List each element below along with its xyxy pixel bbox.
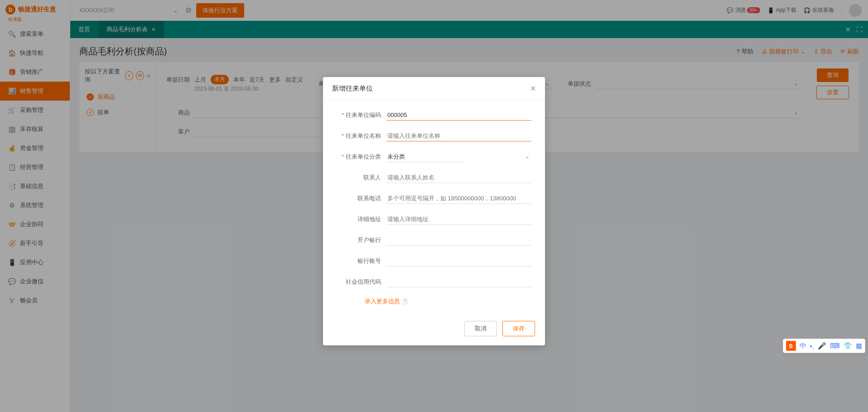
category-label: 往来单位分类 [337,153,386,161]
app-root: b 畅捷通好生意 标准版 🔍搜索菜单🏠快捷导航🎁营销推广📊销售管理🛒采购管理🏢库… [0,0,868,412]
phone-label: 联系电话 [337,194,386,203]
credit-label: 社会信用代码 [337,278,386,286]
name-input[interactable] [386,131,531,141]
ime-logo-icon: S [786,341,796,351]
modal-footer: 取消 保存 [323,315,545,345]
modal-title: 新增往来单位 [332,84,373,93]
ime-bar[interactable]: S 中 •, 🎤 ⌨ 👕 ▦ [783,339,865,353]
ime-keyboard-icon[interactable]: ⌨ [830,342,840,350]
ime-punct-icon[interactable]: •, [810,342,814,350]
contact-input[interactable] [386,172,531,183]
ime-menu-icon[interactable]: ▦ [856,342,862,350]
save-button[interactable]: 保存 [502,321,535,336]
category-select[interactable] [386,151,464,162]
address-label: 详细地址 [337,215,386,223]
bank-label: 开户银行 [337,236,386,244]
modal-body: 往来单位编码 往来单位名称 往来单位分类 ⌄ 联系人 [323,101,545,315]
ime-lang[interactable]: 中 [800,342,806,350]
ime-skin-icon[interactable]: 👕 [844,342,852,350]
modal-header: 新增往来单位 ✕ [323,77,545,101]
modal-overlay: 新增往来单位 ✕ 往来单位编码 往来单位名称 往来单位分类 ⌄ [0,0,868,412]
modal: 新增往来单位 ✕ 往来单位编码 往来单位名称 往来单位分类 ⌄ [323,77,545,345]
phone-input[interactable] [386,193,531,204]
name-label: 往来单位名称 [337,132,386,140]
ime-mic-icon[interactable]: 🎤 [818,342,826,350]
code-input[interactable] [386,110,531,121]
cancel-button[interactable]: 取消 [464,321,497,336]
code-label: 往来单位编码 [337,111,386,119]
contact-label: 联系人 [337,174,386,182]
account-input[interactable] [386,256,531,267]
chevron-down-icon: ⌄ [525,153,530,160]
account-label: 银行账号 [337,257,386,265]
credit-input[interactable] [386,276,531,287]
help-icon: ? [402,298,408,305]
bank-input[interactable] [386,235,531,246]
close-icon[interactable]: ✕ [530,84,536,93]
more-info-link[interactable]: 录入更多信息 ? [365,297,408,305]
address-input[interactable] [386,214,531,225]
